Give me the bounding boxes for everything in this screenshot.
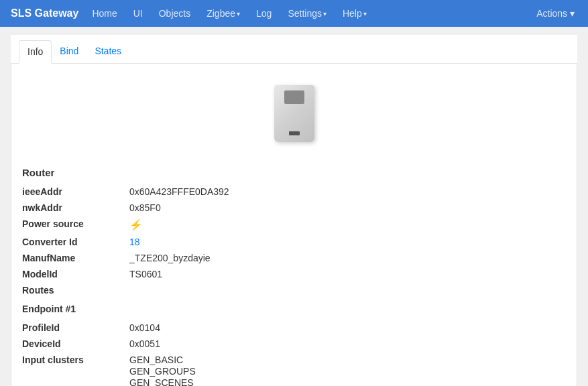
help-dropdown-icon: ▾ xyxy=(363,10,367,17)
manuf-name-row: ManufName _TZE200_byzdayie xyxy=(22,250,566,266)
actions-menu[interactable]: Actions ▾ xyxy=(534,0,577,27)
endpoint-header-row: Endpoint #1 xyxy=(22,298,566,320)
tab-bar: Info Bind States xyxy=(11,35,577,64)
ieee-addr-value: 0x60A423FFFE0DA392 xyxy=(129,186,566,197)
navbar-right: Actions ▾ xyxy=(534,0,577,27)
device-type-label: Router xyxy=(22,164,54,181)
nav-zigbee[interactable]: Zigbee ▾ xyxy=(204,0,243,27)
input-clusters-row: Input clusters GEN_BASIC GEN_GROUPS GEN_… xyxy=(22,352,566,386)
converter-id-row: Converter Id 18 xyxy=(22,234,566,250)
profile-id-row: ProfileId 0x0104 xyxy=(22,320,566,336)
ieee-addr-row: ieeeAddr 0x60A423FFFE0DA392 xyxy=(22,184,566,200)
nwk-addr-value: 0x85F0 xyxy=(129,202,566,213)
device-id-value: 0x0051 xyxy=(129,338,566,349)
manuf-name-label: ManufName xyxy=(22,253,129,263)
settings-dropdown-icon: ▾ xyxy=(323,10,327,17)
manuf-name-value: _TZE200_byzdayie xyxy=(129,253,566,263)
endpoint-header: Endpoint #1 xyxy=(22,301,76,317)
nwk-addr-row: nwkAddr 0x85F0 xyxy=(22,200,566,216)
nav-help[interactable]: Help ▾ xyxy=(340,0,369,27)
converter-id-value[interactable]: 18 xyxy=(129,237,566,247)
input-clusters-label: Input clusters xyxy=(22,355,129,365)
profile-id-label: ProfileId xyxy=(22,322,129,333)
device-type-row: Router xyxy=(22,162,566,184)
zigbee-dropdown-icon: ▾ xyxy=(237,10,240,17)
nav-home[interactable]: Home xyxy=(89,0,119,27)
navbar: SLS Gateway Home UI Objects Zigbee ▾ Log… xyxy=(0,0,588,27)
input-cluster-1: GEN_GROUPS xyxy=(129,366,566,377)
input-clusters-values: GEN_BASIC GEN_GROUPS GEN_SCENES xyxy=(129,355,566,386)
device-image-area xyxy=(22,74,566,151)
device-id-label: DeviceId xyxy=(22,338,129,349)
tab-info[interactable]: Info xyxy=(19,40,52,64)
tab-bind[interactable]: Bind xyxy=(52,40,86,64)
nav-settings[interactable]: Settings ▾ xyxy=(285,0,329,27)
ieee-addr-label: ieeeAddr xyxy=(22,186,129,197)
routes-label: Routes xyxy=(22,285,129,296)
input-cluster-0: GEN_BASIC xyxy=(129,355,566,365)
device-shape xyxy=(274,85,314,142)
power-source-row: Power source ⚡ xyxy=(22,216,566,234)
nav-log[interactable]: Log xyxy=(253,0,274,27)
nwk-addr-label: nwkAddr xyxy=(22,202,129,213)
info-panel: Router ieeeAddr 0x60A423FFFE0DA392 nwkAd… xyxy=(11,64,577,386)
device-image xyxy=(268,85,321,145)
model-id-value: TS0601 xyxy=(129,269,566,279)
content-area: Info Bind States Router ieeeAddr 0x60A42… xyxy=(0,27,588,386)
tab-states[interactable]: States xyxy=(86,40,129,64)
input-cluster-2: GEN_SCENES xyxy=(129,377,566,386)
routes-row: Routes xyxy=(22,282,566,298)
model-id-row: ModelId TS0601 xyxy=(22,266,566,282)
power-source-icon: ⚡ xyxy=(129,218,566,231)
nav-ui[interactable]: UI xyxy=(131,0,145,27)
power-source-label: Power source xyxy=(22,218,129,229)
model-id-label: ModelId xyxy=(22,269,129,279)
device-id-row: DeviceId 0x0051 xyxy=(22,336,566,352)
nav-objects[interactable]: Objects xyxy=(156,0,193,27)
info-table: Router ieeeAddr 0x60A423FFFE0DA392 nwkAd… xyxy=(22,162,566,386)
profile-id-value: 0x0104 xyxy=(129,322,566,333)
brand[interactable]: SLS Gateway xyxy=(11,7,78,19)
converter-id-label: Converter Id xyxy=(22,237,129,247)
